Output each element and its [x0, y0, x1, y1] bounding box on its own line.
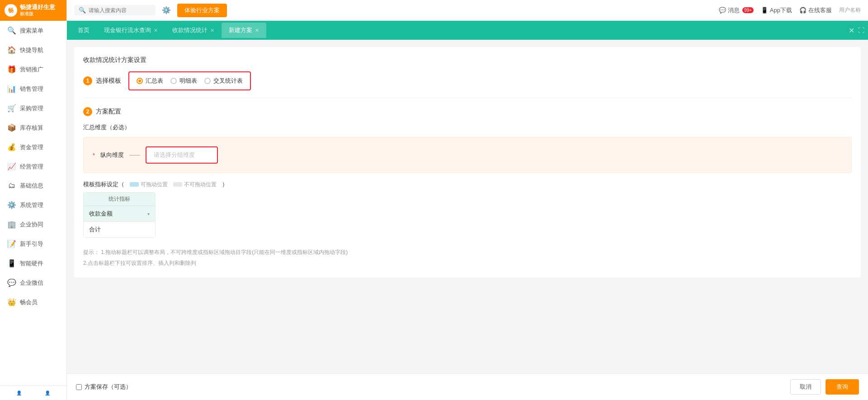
radio-cross[interactable]: 交叉统计表	[204, 77, 243, 85]
main-card: 收款情况统计方案设置 1 选择模板 汇总表 明细表	[74, 47, 861, 278]
sidebar-avatar2[interactable]: 👤	[45, 391, 50, 395]
messages-label: 消息	[728, 6, 740, 14]
page-title: 收款情况统计方案设置	[83, 56, 852, 64]
sidebar-item-wechat[interactable]: 💬 企业微信	[0, 273, 66, 292]
search-input[interactable]	[89, 7, 143, 14]
radio-cross-circle	[204, 78, 211, 84]
vertical-dimension-label: 纵向维度	[100, 151, 124, 159]
tab-cash-flow-close[interactable]: ✕	[154, 28, 158, 33]
crown-icon: 👑	[7, 298, 16, 306]
metrics-row-label: 合计	[89, 226, 101, 233]
phone-icon: 📱	[7, 259, 16, 268]
sidebar-item-label: 畅会员	[20, 298, 38, 306]
save-checkbox-label[interactable]: 方案保存（可选）	[76, 383, 132, 391]
radio-summary[interactable]: 汇总表	[137, 77, 163, 85]
section-divider	[83, 98, 852, 98]
fixed-dot	[173, 182, 182, 187]
search-icon: 🔍	[7, 26, 16, 35]
gear-icon: ⚙️	[7, 201, 16, 209]
tabs-expand-button[interactable]: ⛶	[858, 27, 864, 34]
metrics-row-total: 合计	[84, 222, 155, 237]
settings-icon[interactable]: ⚙️	[160, 4, 173, 16]
radio-detail-circle	[170, 78, 177, 84]
avatar-icon: 👤	[16, 391, 22, 395]
home-icon: 🏠	[7, 46, 16, 54]
sidebar-item-label: 资金管理	[20, 143, 43, 151]
sidebar-item-label: 新手引导	[20, 240, 43, 248]
sidebar-item-finance[interactable]: 💰 资金管理	[0, 137, 66, 157]
sidebar-item-member[interactable]: 👑 畅会员	[0, 292, 66, 312]
gift-icon: 🎁	[7, 65, 16, 74]
section2-label: 方案配置	[96, 108, 121, 116]
cancel-button[interactable]: 取消	[790, 379, 821, 395]
dropdown-arrow-icon: ▾	[147, 212, 150, 216]
dimension-arrow: ——	[129, 152, 140, 158]
query-button[interactable]: 查询	[826, 379, 859, 395]
logo-title: 畅捷通好生意	[20, 4, 55, 11]
sidebar-item-label: 采购管理	[20, 104, 43, 113]
sidebar-item-label: 销售管理	[20, 85, 43, 93]
tab-new-plan[interactable]: 新建方案 ✕	[222, 23, 266, 38]
sidebar-item-operation[interactable]: 📈 经营管理	[0, 157, 66, 176]
dimension-selector[interactable]: 请选择分组维度	[146, 146, 218, 164]
metrics-column-label: 收款金额	[89, 210, 113, 218]
tab-receipt-stats-close[interactable]: ✕	[210, 28, 214, 33]
search-icon: 🔍	[79, 7, 86, 14]
save-checkbox-text: 方案保存（可选）	[85, 383, 132, 391]
radio-cross-label: 交叉统计表	[213, 77, 243, 85]
sidebar-item-marketing[interactable]: 🎁 营销推广	[0, 60, 66, 79]
sidebar-item-purchase[interactable]: 🛒 采购管理	[0, 99, 66, 118]
tab-home-label: 首页	[78, 26, 90, 34]
section2: 2 方案配置 汇总维度（必选） * 纵向维度 —— 请选择分组维度	[83, 107, 852, 268]
sidebar-item-hardware[interactable]: 📱 智能硬件	[0, 254, 66, 273]
tips-section: 提示： 1.拖动标题栏可以调整布局，不可跨维度或指标区域拖动目字段(只能在同一维…	[83, 247, 852, 268]
app-download-button[interactable]: 📱 App下载	[761, 6, 792, 14]
section1-number: 1	[83, 76, 92, 85]
sidebar-item-label: 企业微信	[20, 279, 43, 287]
messages-button[interactable]: 💬 消息 99+	[719, 6, 754, 14]
sidebar-item-search[interactable]: 🔍 搜索菜单	[0, 21, 66, 40]
header: 🔍 ⚙️ 体验行业方案 💬 消息 99+ 📱 App下载 🎧 在线客服 用户名称	[67, 0, 868, 21]
sidebar-avatar1[interactable]: 👤	[16, 391, 22, 395]
tab-new-plan-close[interactable]: ✕	[255, 28, 259, 33]
metrics-title-close: ）	[222, 180, 228, 188]
save-checkbox[interactable]	[76, 384, 82, 390]
service-icon: 🎧	[799, 7, 807, 14]
logo-icon: 畅	[5, 4, 17, 17]
app-download-label: App下载	[770, 6, 792, 14]
sidebar-logo: 畅 畅捷通好生意 标准版	[0, 0, 66, 21]
sidebar-item-inventory[interactable]: 📦 库存核算	[0, 118, 66, 137]
sidebar-item-system[interactable]: ⚙️ 系统管理	[0, 195, 66, 215]
online-service-button[interactable]: 🎧 在线客服	[799, 6, 832, 14]
tab-cash-flow[interactable]: 现金银行流水查询 ✕	[97, 23, 165, 38]
sidebar-item-label: 系统管理	[20, 201, 43, 209]
logo-badge: 标准版	[20, 11, 55, 17]
tab-home[interactable]: 首页	[71, 23, 97, 38]
sidebar-item-quick-nav[interactable]: 🏠 快捷导航	[0, 40, 66, 60]
online-service-label: 在线客服	[808, 6, 832, 14]
tabs-close-all-button[interactable]: ✕	[849, 26, 854, 35]
header-search-box[interactable]: 🔍	[74, 5, 156, 15]
download-icon: 📱	[761, 7, 768, 14]
sidebar-item-basic-info[interactable]: 🗂 基础信息	[0, 176, 66, 195]
section1-header: 1 选择模板 汇总表 明细表 交叉统计表	[83, 71, 852, 90]
template-radio-group: 汇总表 明细表 交叉统计表	[137, 77, 243, 85]
sidebar-nav: 🔍 搜索菜单 🏠 快捷导航 🎁 营销推广 📊 销售管理 🛒 采购管理 📦 库存核…	[0, 21, 66, 386]
sidebar-item-sales[interactable]: 📊 销售管理	[0, 79, 66, 99]
metrics-title-text: 模板指标设定（	[83, 180, 124, 188]
sidebar-item-label: 经营管理	[20, 163, 43, 171]
radio-detail[interactable]: 明细表	[170, 77, 197, 85]
box-icon: 📦	[7, 123, 16, 132]
footer: 方案保存（可选） 取消 查询	[67, 373, 868, 400]
tip-2: 2.点击标题栏下拉可设置排序、插入列和删除列	[83, 258, 852, 268]
sidebar-item-label: 基础信息	[20, 182, 43, 190]
movable-label: 可拖动位置	[141, 181, 168, 188]
metrics-title: 模板指标设定（ 可拖动位置 不可拖动位置 ）	[83, 180, 852, 188]
sidebar-item-enterprise[interactable]: 🏢 企业协同	[0, 215, 66, 234]
sidebar-item-guide[interactable]: 📝 新手引导	[0, 234, 66, 254]
building-icon: 🏢	[7, 220, 16, 229]
metrics-column-header[interactable]: 收款金额 ▾	[84, 206, 155, 222]
tab-receipt-stats-label: 收款情况统计	[172, 26, 208, 34]
tab-receipt-stats[interactable]: 收款情况统计 ✕	[165, 23, 222, 38]
trial-button[interactable]: 体验行业方案	[177, 4, 227, 17]
